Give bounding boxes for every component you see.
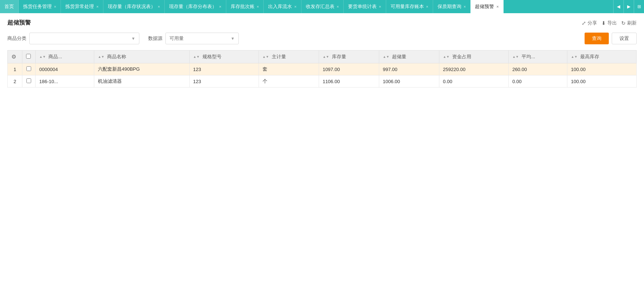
filter-actions: 查询 设置 <box>585 33 637 44</box>
datasource-value: 可用量 <box>169 35 184 42</box>
th-unit[interactable]: ▲▼ 主计量 <box>259 51 319 63</box>
row-product-code-2: 186-10... <box>36 75 94 88</box>
nav-overstock-warning[interactable]: 超储预警 × <box>471 0 503 13</box>
top-navigation: 首页 拣货任务管理 × 拣货异常处理 × 现存量（库存状况表） × 现存量（库存… <box>0 0 644 13</box>
nav-quality-period[interactable]: 保质期查询 × <box>433 0 471 13</box>
row-unit-2: 个 <box>259 75 319 88</box>
row-product-name-1: 六配套新昌490BPG <box>94 63 189 75</box>
close-quality-period[interactable]: × <box>464 4 466 9</box>
nav-exception-handling[interactable]: 拣货异常处理 × <box>61 0 103 13</box>
sort-unit-icon: ▲▼ <box>263 55 269 59</box>
row-num-2: 2 <box>8 75 22 88</box>
filter-row: 商品分类 ▼ 数据源 可用量 ▼ 查询 设置 <box>7 33 637 44</box>
row-select-2[interactable] <box>26 78 31 83</box>
nav-inventory-distribution[interactable]: 现存量（库存分布表） × <box>165 0 226 13</box>
row-checkbox-2[interactable] <box>22 75 36 88</box>
export-icon: ⬇ <box>601 20 606 26</box>
close-inventory-distribution[interactable]: × <box>219 4 221 9</box>
row-select-1[interactable] <box>26 66 31 71</box>
close-requisition-stats[interactable]: × <box>379 4 381 9</box>
row-capital-2: 0.00 <box>439 75 508 88</box>
close-task-management[interactable]: × <box>54 4 56 9</box>
main-content: 超储预警 ⤢ 分享 ⬇ 导出 ↻ 刷新 商品分类 ▼ 数据源 <box>0 13 644 293</box>
data-table: ⚙ ▲▼ 商品... ▲▼ 商品名称 ▲▼ 规格型号 ▲▼ <box>7 50 637 88</box>
row-capital-1: 259220.00 <box>439 63 508 75</box>
nav-next-button[interactable]: ▶ <box>623 0 634 13</box>
settings-button[interactable]: 设置 <box>612 33 637 44</box>
sort-product-name-icon: ▲▼ <box>98 55 105 59</box>
nav-expand-button[interactable]: ⊞ <box>634 0 644 13</box>
header-actions: ⤢ 分享 ⬇ 导出 ↻ 刷新 <box>582 20 637 26</box>
th-avg[interactable]: ▲▼ 平均... <box>508 51 567 63</box>
nav-home[interactable]: 首页 <box>0 0 19 13</box>
nav-requisition-stats[interactable]: 要货单统计表 × <box>344 0 386 13</box>
th-product-code[interactable]: ▲▼ 商品... <box>36 51 94 63</box>
th-product-name[interactable]: ▲▼ 商品名称 <box>94 51 189 63</box>
row-spec-2: 123 <box>189 75 259 88</box>
row-avg-2: 0.00 <box>508 75 567 88</box>
datasource-filter-group: 数据源 可用量 ▼ <box>148 33 239 44</box>
table-row: 2 186-10... 机油滤清器 123 个 1106.00 1006.00 … <box>8 75 637 88</box>
th-capital[interactable]: ▲▼ 资金占用 <box>439 51 508 63</box>
row-product-code-1: 0000004 <box>36 63 94 75</box>
row-spec-1: 123 <box>189 63 259 75</box>
th-spec[interactable]: ▲▼ 规格型号 <box>189 51 259 63</box>
table-settings-icon[interactable]: ⚙ <box>11 53 16 60</box>
page-title: 超储预警 <box>7 19 31 27</box>
nav-prev-button[interactable]: ◀ <box>613 0 623 13</box>
th-stock[interactable]: ▲▼ 库存量 <box>319 51 379 63</box>
sort-product-code-icon: ▲▼ <box>39 55 46 59</box>
close-inventory-status[interactable]: × <box>158 4 160 9</box>
th-settings[interactable]: ⚙ <box>8 51 22 63</box>
table-row: 1 0000004 六配套新昌490BPG 123 套 1097.00 997.… <box>8 63 637 75</box>
refresh-button[interactable]: ↻ 刷新 <box>621 20 637 26</box>
close-inout-flow[interactable]: × <box>294 4 296 9</box>
close-batch-account[interactable]: × <box>257 4 259 9</box>
row-avg-1: 260.00 <box>508 63 567 75</box>
nav-arrows-container: ◀ ▶ ⊞ <box>613 0 644 13</box>
row-unit-1: 套 <box>259 63 319 75</box>
row-overstock-1: 997.00 <box>379 63 439 75</box>
category-filter-group: 商品分类 ▼ <box>7 33 139 44</box>
nav-receive-summary[interactable]: 收发存汇总表 × <box>301 0 344 13</box>
datasource-select[interactable]: 可用量 ▼ <box>165 33 239 44</box>
share-button[interactable]: ⤢ 分享 <box>582 20 597 26</box>
row-product-name-2: 机油滤清器 <box>94 75 189 88</box>
sort-max-stock-icon: ▲▼ <box>571 55 578 59</box>
category-select[interactable]: ▼ <box>29 33 139 44</box>
row-stock-1: 1097.00 <box>319 63 379 75</box>
close-receive-summary[interactable]: × <box>337 4 339 9</box>
sort-capital-icon: ▲▼ <box>443 55 450 59</box>
nav-task-management[interactable]: 拣货任务管理 × <box>19 0 61 13</box>
close-exception-handling[interactable]: × <box>96 4 98 9</box>
th-overstock[interactable]: ▲▼ 超储量 <box>379 51 439 63</box>
export-button[interactable]: ⬇ 导出 <box>601 20 617 26</box>
close-available-ledger[interactable]: × <box>426 4 428 9</box>
row-overstock-2: 1006.00 <box>379 75 439 88</box>
row-num-1: 1 <box>8 63 22 75</box>
table-header-row: ⚙ ▲▼ 商品... ▲▼ 商品名称 ▲▼ 规格型号 ▲▼ <box>8 51 637 63</box>
sort-overstock-icon: ▲▼ <box>383 55 389 59</box>
nav-available-ledger[interactable]: 可用量库存账本 × <box>386 0 433 13</box>
select-all-checkbox[interactable] <box>26 54 31 59</box>
row-checkbox-1[interactable] <box>22 63 36 75</box>
th-max-stock[interactable]: ▲▼ 最高库存 <box>567 51 636 63</box>
row-max-stock-2: 100.00 <box>567 75 636 88</box>
datasource-label: 数据源 <box>148 35 162 42</box>
refresh-icon: ↻ <box>621 20 626 26</box>
nav-batch-account[interactable]: 库存批次账 × <box>226 0 264 13</box>
nav-inout-flow[interactable]: 出入库流水 × <box>264 0 301 13</box>
category-label: 商品分类 <box>7 35 26 42</box>
share-icon: ⤢ <box>582 20 586 26</box>
close-overstock-warning[interactable]: × <box>496 4 498 9</box>
datasource-chevron-icon: ▼ <box>231 36 235 41</box>
nav-inventory-status[interactable]: 现存量（库存状况表） × <box>103 0 165 13</box>
sort-stock-icon: ▲▼ <box>323 55 329 59</box>
query-button[interactable]: 查询 <box>585 33 609 44</box>
th-checkbox[interactable] <box>22 51 36 63</box>
table-body: 1 0000004 六配套新昌490BPG 123 套 1097.00 997.… <box>8 63 637 88</box>
sort-avg-icon: ▲▼ <box>512 55 519 59</box>
sort-spec-icon: ▲▼ <box>193 55 200 59</box>
page-header: 超储预警 ⤢ 分享 ⬇ 导出 ↻ 刷新 <box>7 19 637 27</box>
row-max-stock-1: 100.00 <box>567 63 636 75</box>
